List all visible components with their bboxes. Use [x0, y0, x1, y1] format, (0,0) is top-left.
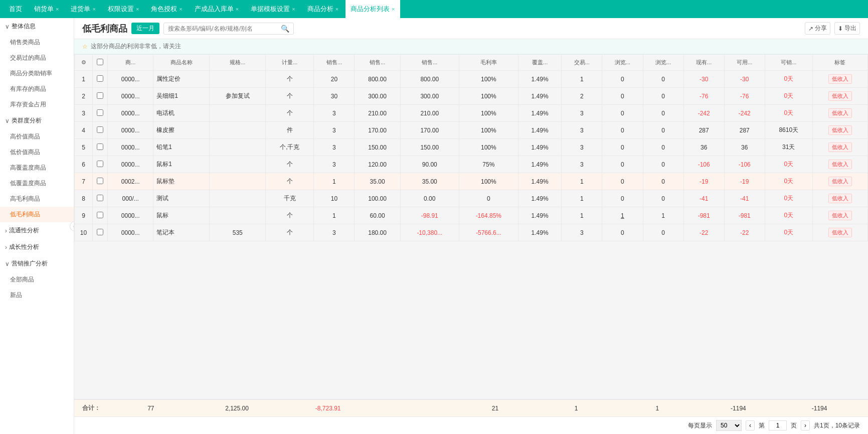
row-select-checkbox[interactable] — [97, 126, 103, 133]
row-checkbox[interactable] — [93, 207, 108, 224]
row-browse1[interactable]: 1 — [602, 207, 643, 224]
nav-purchase-order[interactable]: 进货单 × — [66, 0, 100, 18]
row-name[interactable]: 测试 — [153, 190, 210, 207]
row-spec — [210, 190, 266, 207]
row-spec: 参加复试 — [210, 88, 266, 105]
row-select-checkbox[interactable] — [97, 229, 103, 235]
sidebar-item-inventory-capital[interactable]: 库存资金占用 — [0, 97, 74, 112]
sidebar-item-sales-products[interactable]: 销售类商品 — [0, 35, 74, 50]
row-sale-price: 150.00 — [355, 139, 400, 156]
row-checkbox[interactable] — [93, 88, 108, 105]
row-unit: 个 — [266, 156, 314, 173]
sidebar-item-traded-products[interactable]: 交易过的商品 — [0, 50, 74, 66]
sidebar-group-cluster-analysis[interactable]: ∨ 类群度分析 — [0, 112, 74, 129]
row-name[interactable]: 鼠标垫 — [153, 173, 210, 190]
close-icon[interactable]: × — [335, 6, 338, 12]
sidebar-item-new-products[interactable]: 新品 — [0, 287, 74, 303]
tag-badge: 低收入 — [828, 177, 852, 186]
row-name[interactable]: 铅笔1 — [153, 139, 210, 156]
row-name[interactable]: 属性定价 — [153, 71, 210, 88]
row-coverage: 1.49% — [518, 88, 561, 105]
nav-product-analysis[interactable]: 商品分析 × — [302, 0, 343, 18]
sidebar-group-marketing-analysis[interactable]: ∨ 营销推广分析 — [0, 255, 74, 272]
close-icon[interactable]: × — [92, 6, 95, 12]
row-spec — [210, 139, 266, 156]
row-current: -22 — [683, 224, 724, 241]
page-number-input[interactable] — [769, 420, 787, 430]
row-name[interactable]: 橡皮擦 — [153, 122, 210, 139]
row-checkbox[interactable] — [93, 122, 108, 139]
nav-home[interactable]: 首页 — [4, 0, 27, 18]
row-select-checkbox[interactable] — [97, 75, 103, 82]
row-select-checkbox[interactable] — [97, 195, 103, 201]
row-name[interactable]: 鼠标 — [153, 207, 210, 224]
sidebar-item-low-profit[interactable]: 低毛利商品 — [0, 207, 74, 222]
close-icon[interactable]: × — [136, 6, 139, 12]
prev-page-button[interactable]: ‹ — [746, 420, 755, 430]
row-select-checkbox[interactable] — [97, 161, 103, 167]
date-filter-button[interactable]: 近一月 — [131, 23, 159, 34]
row-checkbox[interactable] — [93, 224, 108, 241]
row-checkbox[interactable] — [93, 156, 108, 173]
row-checkbox[interactable] — [93, 173, 108, 190]
col-checkbox-header[interactable] — [93, 55, 108, 71]
nav-role-auth[interactable]: 角色授权 × — [146, 0, 187, 18]
footer-browse1: 1 — [561, 405, 591, 412]
sidebar-group-liquidity-analysis[interactable]: › 流通性分析 — [0, 222, 74, 239]
row-current: -19 — [683, 173, 724, 190]
sidebar-item-low-value[interactable]: 低价值商品 — [0, 144, 74, 160]
row-select-checkbox[interactable] — [97, 109, 103, 116]
per-page-select[interactable]: 50 10 20 100 — [716, 420, 742, 431]
sidebar-item-high-value[interactable]: 高价值商品 — [0, 129, 74, 144]
sidebar-group-growth-analysis[interactable]: › 成长性分析 — [0, 239, 74, 255]
share-button[interactable]: ↗ 分享 — [805, 22, 830, 35]
row-name[interactable]: 电话机 — [153, 105, 210, 122]
row-checkbox[interactable] — [93, 139, 108, 156]
row-current: 287 — [683, 122, 724, 139]
next-page-button[interactable]: › — [801, 420, 810, 430]
row-checkbox[interactable] — [93, 190, 108, 207]
col-name-header: 商品名称 — [153, 55, 210, 71]
nav-product-analysis-list[interactable]: 商品分析列表 × — [345, 0, 400, 18]
row-unit: 个 — [266, 88, 314, 105]
row-coverage: 1.49% — [518, 224, 561, 241]
close-icon[interactable]: × — [179, 6, 182, 12]
sidebar-item-high-profit[interactable]: 高毛利商品 — [0, 191, 74, 207]
table-row: 7 0002... 鼠标垫 个 1 35.00 35.00 100% 1.49%… — [75, 173, 868, 190]
nav-sales-order[interactable]: 销货单 × — [29, 0, 64, 18]
sidebar-item-category-sales-rate[interactable]: 商品分类助销率 — [0, 66, 74, 81]
close-icon[interactable]: × — [292, 6, 295, 12]
row-sale-count: 3 — [314, 122, 355, 139]
row-num: 7 — [75, 173, 93, 190]
export-button[interactable]: ⬇ 导出 — [834, 22, 860, 35]
row-name[interactable]: 吴细细1 — [153, 88, 210, 105]
row-gross-rate: -164.85% — [459, 207, 518, 224]
row-checkbox[interactable] — [93, 71, 108, 88]
sidebar-item-all-products[interactable]: 全部商品 — [0, 272, 74, 287]
sidebar-group-general-info[interactable]: ∨ 整体信息 — [0, 18, 74, 35]
row-gross-rate: 75% — [459, 156, 518, 173]
row-checkbox[interactable] — [93, 105, 108, 122]
close-icon[interactable]: × — [392, 6, 395, 12]
search-input[interactable] — [168, 25, 281, 32]
col-sale-profit-header: 销售... — [400, 55, 459, 71]
row-select-checkbox[interactable] — [97, 178, 103, 184]
row-current: -106 — [683, 156, 724, 173]
row-name[interactable]: 笔记本 — [153, 224, 210, 241]
row-available: -22 — [724, 224, 765, 241]
sidebar-item-high-coverage[interactable]: 高覆盖度商品 — [0, 160, 74, 176]
close-icon[interactable]: × — [236, 6, 239, 12]
close-icon[interactable]: × — [56, 6, 59, 12]
col-settings[interactable]: ⚙ — [75, 55, 93, 71]
row-name[interactable]: 鼠标1 — [153, 156, 210, 173]
sidebar-item-low-coverage[interactable]: 低覆盖度商品 — [0, 176, 74, 191]
sidebar-item-in-stock[interactable]: 有库存的商品 — [0, 81, 74, 97]
star-icon: ☆ — [82, 43, 88, 50]
nav-template-settings[interactable]: 单据模板设置 × — [246, 0, 300, 18]
nav-product-entry[interactable]: 产成品入库单 × — [190, 0, 244, 18]
select-all-checkbox[interactable] — [97, 59, 103, 65]
row-select-checkbox[interactable] — [97, 143, 103, 150]
nav-permission-settings[interactable]: 权限设置 × — [103, 0, 144, 18]
row-select-checkbox[interactable] — [97, 212, 103, 218]
row-select-checkbox[interactable] — [97, 92, 103, 99]
